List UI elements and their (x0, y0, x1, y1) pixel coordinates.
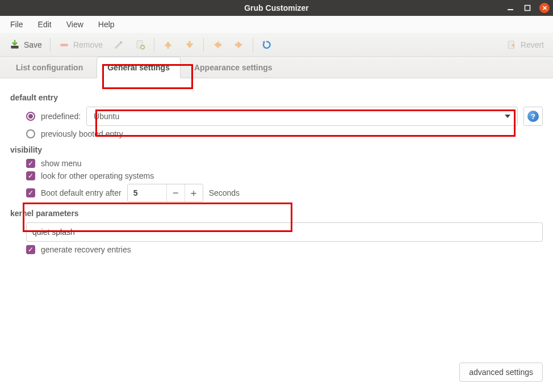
boot-after-value[interactable] (128, 184, 166, 201)
revert-label: Revert (521, 40, 544, 49)
menubar: File Edit View Help (0, 16, 553, 33)
remove-button[interactable]: Remove (54, 36, 107, 53)
window-title: Grub Customizer (244, 3, 309, 12)
window-maximize-button[interactable] (522, 3, 533, 13)
tab-general-label: General settings (107, 63, 170, 72)
tab-list-label: List configuration (16, 63, 83, 72)
predefined-select[interactable]: Ubuntu (86, 107, 518, 126)
new-script-icon (135, 39, 146, 50)
previous-entry-radio[interactable] (26, 129, 35, 138)
kernel-params-input[interactable] (26, 222, 543, 242)
chevron-down-icon (505, 115, 510, 118)
revert-button[interactable]: Revert (501, 36, 548, 53)
menu-file[interactable]: File (3, 18, 30, 31)
toolbar-separator (253, 38, 253, 52)
toolbar-separator (203, 38, 204, 52)
svg-rect-4 (60, 44, 68, 46)
arrow-up-icon (162, 39, 174, 50)
menu-view-label: View (66, 20, 83, 29)
move-up-button[interactable] (158, 36, 178, 53)
move-left-button[interactable] (207, 36, 228, 53)
help-icon: ? (527, 111, 539, 122)
svg-rect-2 (11, 45, 18, 47)
spinner-increment[interactable]: ＋ (185, 184, 203, 201)
show-menu-checkbox[interactable]: ✓ (26, 159, 35, 168)
tab-appearance-settings[interactable]: Appearance settings (184, 57, 283, 78)
svg-rect-1 (525, 6, 530, 11)
tab-general-settings[interactable]: General settings (97, 57, 181, 78)
move-right-button[interactable] (229, 36, 249, 53)
boot-after-checkbox[interactable]: ✓ (26, 188, 35, 197)
save-label: Save (24, 40, 42, 49)
menu-edit-label: Edit (38, 20, 52, 29)
tab-list-configuration[interactable]: List configuration (6, 57, 93, 78)
seconds-label: Seconds (209, 188, 240, 197)
arrow-right-icon (233, 39, 245, 50)
window-close-button[interactable]: ✕ (539, 3, 550, 13)
menu-help-label: Help (98, 20, 115, 29)
menu-edit[interactable]: Edit (31, 18, 58, 31)
predefined-radio[interactable] (26, 112, 35, 121)
toolbar-separator (50, 38, 51, 52)
section-visibility: visibility (10, 145, 543, 154)
menu-file-label: File (10, 20, 23, 29)
boot-after-label: Boot default entry after (41, 188, 122, 197)
pencil-icon (113, 39, 124, 50)
look-for-os-label: look for other operating systems (41, 171, 154, 180)
previous-entry-label: previously booted entry (41, 129, 123, 138)
reload-icon (261, 39, 273, 50)
window-minimize-button[interactable] (505, 3, 516, 13)
new-script-button[interactable] (130, 36, 150, 53)
remove-icon (58, 39, 70, 50)
look-for-os-checkbox[interactable]: ✓ (26, 171, 35, 180)
save-button[interactable]: Save (5, 36, 47, 53)
toolbar: Save Remove (0, 33, 553, 57)
recovery-checkbox[interactable]: ✓ (26, 245, 35, 254)
reload-button[interactable] (257, 36, 277, 53)
spinner-decrement[interactable]: − (166, 184, 185, 201)
tab-appearance-label: Appearance settings (194, 63, 273, 72)
edit-button[interactable] (108, 36, 129, 53)
save-icon (9, 39, 20, 50)
predefined-label: predefined: (41, 112, 81, 121)
arrow-left-icon (212, 39, 223, 50)
show-menu-label: show menu (41, 159, 82, 168)
section-default-entry: default entry (10, 93, 543, 102)
arrow-down-icon (184, 39, 195, 50)
revert-icon (506, 39, 517, 50)
boot-after-spinner: − ＋ (127, 184, 203, 202)
menu-help[interactable]: Help (91, 18, 122, 31)
window-titlebar: Grub Customizer ✕ (0, 0, 553, 16)
predefined-value: Ubuntu (94, 112, 119, 121)
recovery-label: generate recovery entries (41, 245, 131, 254)
svg-rect-3 (11, 48, 18, 49)
advanced-settings-button[interactable]: advanced settings (459, 363, 543, 382)
toolbar-separator (154, 38, 154, 52)
section-kernel-parameters: kernel parameters (10, 209, 543, 218)
advanced-settings-label: advanced settings (469, 368, 533, 377)
menu-view[interactable]: View (60, 18, 90, 31)
tabbar: List configuration General settings Appe… (0, 57, 553, 78)
predefined-help-button[interactable]: ? (523, 107, 543, 126)
remove-label: Remove (73, 40, 103, 49)
move-down-button[interactable] (179, 36, 200, 53)
